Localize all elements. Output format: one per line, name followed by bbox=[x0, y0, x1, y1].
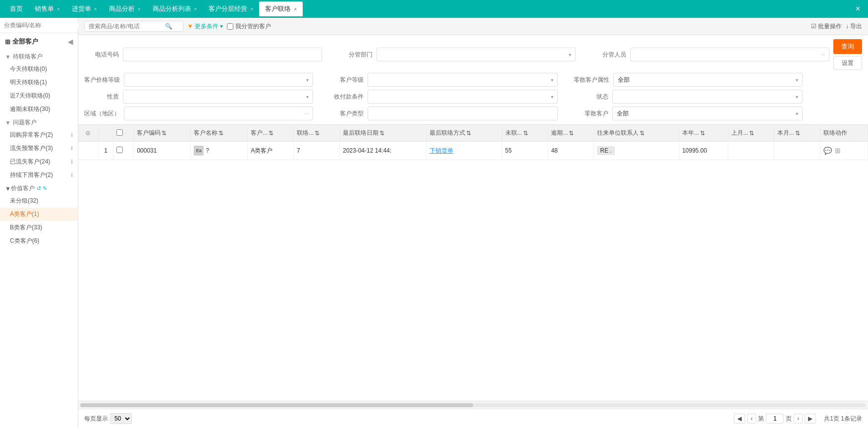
sidebar-item-overdue-pending[interactable]: 逾期未联络(30) bbox=[0, 103, 78, 116]
sidebar-item-churn-warning[interactable]: 流失预警客户(3) ℹ bbox=[0, 142, 78, 155]
sidebar-collapse-icon[interactable]: ◀ bbox=[68, 38, 73, 46]
export-btn[interactable]: ↓ 导出 bbox=[846, 22, 862, 31]
next-page-btn[interactable]: › bbox=[794, 414, 803, 424]
col-checkbox bbox=[113, 125, 134, 142]
sidebar-item-b-class[interactable]: B类客户(33) bbox=[0, 221, 78, 234]
nav-tab-customer-contact[interactable]: 客户联络 × bbox=[259, 1, 303, 16]
col-no-contact[interactable]: 未联... ⇅ bbox=[502, 125, 548, 142]
more-filter-btn[interactable]: ▼ 更多条件 ▾ bbox=[187, 22, 223, 31]
sidebar-item-repurchase-abnormal[interactable]: 回购异常客户(2) ℹ bbox=[0, 128, 78, 142]
nav-tab-sales[interactable]: 销售单 × bbox=[29, 1, 66, 16]
col-this-year[interactable]: 本年... ⇅ bbox=[679, 125, 728, 142]
dept-select[interactable]: ▾ bbox=[377, 48, 576, 61]
row-no-contact: 55 bbox=[502, 142, 548, 160]
col-index bbox=[98, 125, 113, 142]
customer-level-select[interactable]: ▾ bbox=[368, 73, 558, 87]
status-select[interactable]: ▾ bbox=[612, 90, 803, 104]
nav-tab-analysis[interactable]: 商品分析 × bbox=[103, 1, 147, 16]
sidebar-item-ungrouped[interactable]: 未分组(32) bbox=[0, 194, 78, 208]
col-contact-count[interactable]: 联络... ⇅ bbox=[294, 125, 340, 142]
col-type[interactable]: 客户... ⇅ bbox=[248, 125, 294, 142]
phone-input[interactable] bbox=[123, 48, 322, 61]
prev-page-btn[interactable]: ‹ bbox=[747, 414, 756, 424]
sidebar-item-7day-pending[interactable]: 近7天待联络(0) bbox=[0, 89, 78, 103]
sidebar-item-churned[interactable]: 已流失客户(24) ℹ bbox=[0, 155, 78, 168]
col-this-month[interactable]: 本月... ⇅ bbox=[774, 125, 820, 142]
table-row: 1 000031 Ea ? A类客户 7 20 bbox=[78, 142, 868, 160]
edit-icon[interactable]: ✎ bbox=[43, 185, 47, 192]
retail-attr-select[interactable]: 全部 ▾ bbox=[613, 73, 803, 87]
message-icon[interactable]: 💬 bbox=[823, 147, 832, 155]
row-checkbox[interactable] bbox=[116, 147, 123, 153]
first-page-btn[interactable]: ◀ bbox=[734, 414, 745, 424]
problem-group-label: ▼ 问题客户 bbox=[0, 116, 78, 128]
nav-tab-purchase[interactable]: 进货单 × bbox=[66, 1, 103, 16]
row-type: A类客户 bbox=[248, 142, 294, 160]
dept-field: 分管部门 ▾ bbox=[338, 48, 576, 61]
sidebar-all-customers[interactable]: ⊞ 全部客户 ◀ bbox=[0, 33, 78, 50]
col-settings-gear[interactable]: ⚙ bbox=[85, 130, 91, 137]
last-page-btn[interactable]: ▶ bbox=[805, 414, 816, 424]
data-table-container: ⚙ 客户编码 ⇅ bbox=[78, 125, 868, 401]
close-customer-contact-tab[interactable]: × bbox=[294, 6, 297, 12]
grid-action-icon[interactable]: ⊞ bbox=[835, 147, 841, 155]
refresh-icon[interactable]: ↺ bbox=[37, 185, 41, 192]
scrollbar-track[interactable] bbox=[80, 403, 866, 407]
nature-select[interactable]: ▾ bbox=[123, 90, 313, 104]
horizontal-scrollbar[interactable] bbox=[78, 401, 868, 409]
col-name[interactable]: 客户名称 ⇅ bbox=[191, 125, 248, 142]
window-close-button[interactable]: × bbox=[852, 2, 864, 15]
price-level-select[interactable]: ▾ bbox=[124, 73, 313, 87]
col-overdue[interactable]: 逾期... ⇅ bbox=[548, 125, 594, 142]
col-last-contact-date[interactable]: 最后联络日期 ⇅ bbox=[340, 125, 427, 142]
payment-select[interactable]: ▾ bbox=[368, 90, 558, 104]
close-customer-tier-tab[interactable]: × bbox=[250, 6, 253, 12]
row-unit-contact: RE . bbox=[594, 142, 679, 160]
close-sales-tab[interactable]: × bbox=[57, 6, 60, 12]
close-analysis-list-tab[interactable]: × bbox=[194, 6, 197, 12]
sidebar-item-declining[interactable]: 持续下滑客户(2) ℹ bbox=[0, 168, 78, 182]
region-select[interactable]: ··· bbox=[124, 107, 313, 120]
page-number-input[interactable] bbox=[766, 414, 784, 424]
batch-operation-btn[interactable]: ☑ 批量操作 bbox=[811, 22, 842, 31]
select-all-checkbox[interactable] bbox=[116, 129, 123, 136]
retail-select[interactable]: 全部 ▾ bbox=[612, 107, 803, 120]
sort-icon-no-contact: ⇅ bbox=[523, 130, 528, 137]
col-last-contact-method[interactable]: 最后联络方式 ⇅ bbox=[426, 125, 502, 142]
close-analysis-tab[interactable]: × bbox=[138, 6, 141, 12]
sort-icon-this-month: ⇅ bbox=[795, 130, 800, 137]
scrollbar-thumb[interactable] bbox=[80, 403, 473, 407]
query-button[interactable]: 查询 bbox=[833, 39, 862, 54]
sidebar-item-a-class[interactable]: A类客户(1) bbox=[0, 208, 78, 221]
col-last-month[interactable]: 上月... ⇅ bbox=[728, 125, 774, 142]
settings-button[interactable]: 设置 bbox=[833, 56, 862, 70]
customer-type-field: 客户类型 bbox=[329, 107, 558, 120]
close-purchase-tab[interactable]: × bbox=[94, 6, 97, 12]
sidebar-search-input[interactable] bbox=[4, 22, 78, 29]
problem-arrow-icon: ▼ bbox=[5, 119, 11, 126]
nav-tab-customer-tier[interactable]: 客户分层经营 × bbox=[203, 1, 259, 16]
sort-icon-year: ⇅ bbox=[700, 130, 705, 137]
pending-group-label: ▼ 待联络客户 bbox=[0, 50, 78, 62]
search-box: 🔍 bbox=[84, 21, 183, 32]
info-icon-2: ℹ bbox=[71, 145, 73, 152]
sidebar-item-today-pending[interactable]: 今天待联络(0) bbox=[0, 62, 78, 76]
nav-home[interactable]: 首页 bbox=[4, 1, 29, 16]
row-last-contact-method[interactable]: 下销货单 bbox=[426, 142, 502, 160]
search-icon[interactable]: 🔍 bbox=[165, 23, 172, 30]
col-unit-contact[interactable]: 往来单位联系人 ⇅ bbox=[594, 125, 679, 142]
nav-tab-analysis-list[interactable]: 商品分析列表 × bbox=[147, 1, 203, 16]
sidebar-item-tomorrow-pending[interactable]: 明天待联络(1) bbox=[0, 76, 78, 89]
col-code[interactable]: 客户编码 ⇅ bbox=[134, 125, 191, 142]
customer-type-select[interactable] bbox=[368, 107, 558, 120]
sidebar-search-box: 🔍 bbox=[0, 18, 78, 33]
person-select[interactable]: ··· bbox=[630, 48, 829, 61]
value-arrow-icon: ▼ bbox=[5, 185, 11, 192]
page-size-select[interactable]: 50 bbox=[110, 413, 132, 424]
content-area: 🔍 ▼ 更多条件 ▾ 我分管的客户 ☑ 批量操作 ↓ 导出 bbox=[78, 18, 868, 428]
my-customer-checkbox-group[interactable]: 我分管的客户 bbox=[227, 22, 271, 31]
sidebar-item-c-class[interactable]: C类客户(6) bbox=[0, 234, 78, 248]
customer-table: ⚙ 客户编码 ⇅ bbox=[78, 125, 868, 160]
main-search-input[interactable] bbox=[89, 23, 163, 30]
my-customer-checkbox[interactable] bbox=[227, 23, 233, 30]
